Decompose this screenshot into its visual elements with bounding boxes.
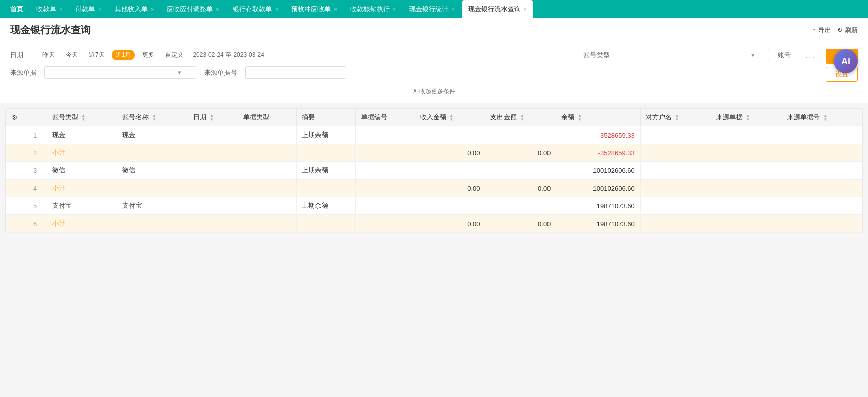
column-source-doc-no[interactable]: 来源单据号 ▲▼ [782,109,862,126]
date-label: 日期 [10,51,30,60]
table-cell [782,180,862,197]
export-button[interactable]: ↑ 导出 [813,26,832,35]
table-cell: 0.00 [485,144,556,162]
nav-tab-prepay-offset-close[interactable]: × [334,6,337,12]
filter-area: 日期 昨天 今天 近7天 近1月 更多 自定义 2023-02-24 至 202… [0,42,868,103]
nav-tab-cash-bank-flow[interactable]: 现金银行流水查询 × [462,0,533,18]
table-cell: 支付宝 [117,197,188,215]
nav-tab-cash-bank-stat[interactable]: 现金银行统计 × [403,0,461,18]
nav-tab-home-label: 首页 [10,5,23,14]
column-counterparty[interactable]: 对方户名 ▲▼ [640,109,711,126]
nav-tab-receipt-verify[interactable]: 收款核销执行 × [344,0,402,18]
table-cell [188,162,238,180]
collapse-more-button[interactable]: ∧ 收起更多条件 [10,84,858,97]
table-cell: 6 [24,215,47,233]
table-cell [355,126,415,144]
table-cell [640,162,711,180]
date-opt-yesterday[interactable]: 昨天 [38,50,59,60]
column-account-type[interactable]: 账号类型 ▲▼ [47,109,117,126]
column-account-name[interactable]: 账号名称 ▲▼ [117,109,188,126]
nav-tab-home[interactable]: 首页 [4,0,29,18]
nav-tab-payment-close[interactable]: × [98,6,101,12]
date-opt-today[interactable]: 今天 [62,50,82,60]
table-cell: 0.00 [485,215,556,233]
table-header-row: ⚙ 账号类型 ▲▼ 账号名称 ▲▼ 日期 ▲▼ 单据类型 摘 [6,109,862,126]
nav-tab-receipt[interactable]: 收款单 × [30,0,68,18]
source-doc-label: 来源单据 [10,68,36,77]
date-opt-custom[interactable]: 自定义 [161,50,188,60]
table-cell: 4 [24,180,47,197]
column-doc-no: 单据编号 [355,109,415,126]
nav-tab-cash-bank-flow-close[interactable]: × [524,6,527,12]
table-cell: -3528659.33 [556,126,640,144]
date-opt-7days[interactable]: 近7天 [85,50,109,60]
table-cell: 2 [24,144,47,162]
table-cell [782,197,862,215]
date-range: 2023-02-24 至 2023-03-24 [193,51,264,59]
nav-tab-receipt-close[interactable]: × [59,6,62,12]
source-doc-no-input[interactable] [245,66,346,79]
nav-tab-receipt-verify-close[interactable]: × [393,6,396,12]
table-cell: 上期余额 [297,126,356,144]
table-row: 4小计0.000.00100102606.60 [6,180,862,197]
nav-tab-payment[interactable]: 付款单 × [69,0,107,18]
refresh-button[interactable]: ↻ 刷新 [837,26,858,35]
table-cell [485,162,556,180]
column-income[interactable]: 收入金额 ▲▼ [415,109,485,126]
data-table: ⚙ 账号类型 ▲▼ 账号名称 ▲▼ 日期 ▲▼ 单据类型 摘 [6,109,862,233]
ai-badge-label: Ai [841,56,850,67]
table-cell [485,126,556,144]
table-cell [238,197,297,215]
account-type-select[interactable]: ▾ [618,49,769,61]
table-cell [711,197,782,215]
nav-tab-cash-bank-stat-label: 现金银行统计 [409,5,448,14]
column-source-doc[interactable]: 来源单据 ▲▼ [711,109,782,126]
table-cell [238,126,297,144]
table-cell: 100102606.60 [556,162,640,180]
table-cell [782,126,862,144]
table-cell: 0.00 [415,144,485,162]
date-opt-1month[interactable]: 近1月 [112,50,135,60]
account-dots[interactable]: ... [806,51,815,60]
column-gear[interactable]: ⚙ [6,109,24,126]
nav-tab-cash-bank-stat-close[interactable]: × [451,6,454,12]
table-cell: 0.00 [485,180,556,197]
sort-arrows-source-doc-no: ▲▼ [823,114,827,122]
nav-tab-receipt-label: 收款单 [36,5,56,14]
date-opt-more[interactable]: 更多 [138,50,158,60]
column-expense[interactable]: 支出金额 ▲▼ [485,109,556,126]
table-cell [117,180,188,197]
refresh-label: 刷新 [845,26,858,35]
column-counterparty-label: 对方户名 [646,113,672,121]
account-label: 账号 [778,51,798,60]
table-cell [6,180,24,197]
table-cell [485,197,556,215]
header-actions: ↑ 导出 ↻ 刷新 [813,26,858,35]
nav-tab-prepay-offset[interactable]: 预收冲应收单 × [285,0,343,18]
column-account-type-label: 账号类型 [52,113,78,121]
nav-tab-ar-ap-adjust-close[interactable]: × [216,6,219,12]
column-date[interactable]: 日期 ▲▼ [188,109,238,126]
nav-tab-ar-ap-adjust[interactable]: 应收应付调整单 × [161,0,225,18]
table-cell [415,162,485,180]
table-cell [711,144,782,162]
nav-tab-bank-deposit-close[interactable]: × [275,6,278,12]
table-cell [188,180,238,197]
nav-tab-other-income[interactable]: 其他收入单 × [109,0,160,18]
table-container: ⚙ 账号类型 ▲▼ 账号名称 ▲▼ 日期 ▲▼ 单据类型 摘 [5,108,863,233]
ai-badge[interactable]: Ai [834,49,858,73]
nav-tab-bank-deposit[interactable]: 银行存取款单 × [226,0,284,18]
column-summary: 摘要 [297,109,356,126]
table-cell [188,126,238,144]
nav-tab-cash-bank-flow-label: 现金银行流水查询 [468,5,521,14]
nav-tab-other-income-close[interactable]: × [151,6,154,12]
table-cell [117,144,188,162]
column-doc-type-label: 单据类型 [243,113,269,121]
source-doc-select[interactable]: ▾ [44,66,196,79]
page-header: 现金银行流水查询 ↑ 导出 ↻ 刷新 [0,18,868,42]
table-cell: 5 [24,197,47,215]
table-cell [188,144,238,162]
column-balance[interactable]: 余额 ▲▼ [556,109,640,126]
filter-row-date: 日期 昨天 今天 近7天 近1月 更多 自定义 2023-02-24 至 202… [10,49,815,61]
table-cell: 1 [24,126,47,144]
